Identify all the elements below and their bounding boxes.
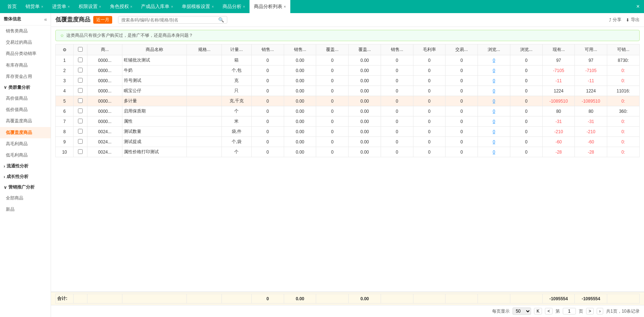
prev-page-button[interactable]: <: [545, 308, 553, 314]
select-all-checkbox[interactable]: [78, 47, 83, 52]
row-view1[interactable]: 0: [478, 116, 510, 127]
first-page-button[interactable]: K: [534, 308, 542, 314]
row-checkbox[interactable]: [74, 127, 87, 137]
row-checkbox[interactable]: [74, 116, 87, 127]
sales3-column-header[interactable]: 销售...: [381, 44, 413, 55]
sidebar-section-growth[interactable]: › 成长性分析: [0, 171, 51, 182]
cover2-column-header[interactable]: 覆盖...: [349, 44, 381, 55]
row-view1[interactable]: 0: [478, 106, 510, 116]
row-sales2: 0.00: [284, 137, 316, 147]
search-input[interactable]: [121, 17, 218, 23]
row-view1[interactable]: 0: [478, 66, 510, 76]
share-button[interactable]: ⤴ 分享: [609, 17, 621, 23]
table-row: 6 0000... 启用保质期 个 0 0.00 0 0.00 0 0 0 0 …: [56, 106, 640, 116]
sidebar-section-marketing[interactable]: ∨ 营销推广分析: [0, 182, 51, 193]
sidebar-item-all-goods[interactable]: 全部商品: [0, 193, 51, 204]
sidebar-item-low-value[interactable]: 低价值商品: [0, 104, 51, 115]
row-cover2: 0.00: [349, 106, 381, 116]
sidebar-section-flow[interactable]: › 流通性分析: [0, 161, 51, 171]
nav-tab-permission[interactable]: 权限设置 ×: [74, 0, 106, 13]
page-size-select[interactable]: 50 100 200: [513, 308, 531, 315]
next-page-button[interactable]: >: [586, 308, 594, 314]
close-icon[interactable]: ×: [41, 5, 43, 9]
nav-tab-template[interactable]: 单据模板设置 ×: [177, 0, 218, 13]
row-sales3: 0: [381, 106, 413, 116]
row-trade: 0: [445, 66, 478, 76]
table-row: 5 0000... 多计量 克,千克 0 0.00 0 0.00 0 0 0 0…: [56, 96, 640, 106]
close-icon[interactable]: ×: [212, 5, 214, 9]
sidebar-collapse-button[interactable]: «: [44, 16, 47, 22]
row-checkbox[interactable]: [74, 66, 87, 76]
sidebar-item-traded-goods[interactable]: 交易过的商品: [0, 37, 51, 48]
sidebar-item-in-stock[interactable]: 有库存商品: [0, 60, 51, 71]
row-unit: 个,袋: [222, 137, 252, 147]
resale-column-header[interactable]: 可销...: [607, 44, 640, 55]
export-button[interactable]: ⬇ 导出: [626, 17, 640, 23]
page-input[interactable]: [563, 308, 576, 314]
close-icon[interactable]: ×: [171, 5, 173, 9]
close-icon[interactable]: ×: [68, 5, 70, 9]
period-button[interactable]: 近一月: [93, 16, 112, 24]
cover1-column-header[interactable]: 覆盖...: [316, 44, 349, 55]
trade-column-header[interactable]: 交易...: [445, 44, 478, 55]
row-checkbox[interactable]: [74, 106, 87, 116]
nav-tab-home[interactable]: 首页: [3, 0, 21, 13]
row-checkbox[interactable]: [74, 137, 87, 147]
close-icon[interactable]: ×: [284, 5, 286, 9]
row-checkbox[interactable]: [74, 96, 87, 106]
row-view1[interactable]: 0: [478, 86, 510, 96]
close-icon[interactable]: ×: [99, 5, 101, 9]
row-checkbox[interactable]: [74, 55, 87, 66]
settings-column-header[interactable]: ⚙: [56, 44, 74, 55]
row-view1[interactable]: 0: [478, 55, 510, 66]
row-view1[interactable]: 0: [478, 96, 510, 106]
row-cover2: 0.00: [349, 147, 381, 157]
nav-tab-inventory[interactable]: 产成品入库单 ×: [137, 0, 177, 13]
row-spec: [187, 106, 222, 116]
unit-column-header[interactable]: 计量...: [222, 44, 252, 55]
sales1-column-header[interactable]: 销售...: [251, 44, 284, 55]
row-checkbox[interactable]: [74, 147, 87, 157]
row-view1[interactable]: 0: [478, 76, 510, 86]
row-resale: 360:: [607, 106, 640, 116]
gross-column-header[interactable]: 毛利率: [413, 44, 445, 55]
row-cover2: 0.00: [349, 116, 381, 127]
sidebar-item-high-value[interactable]: 高价值商品: [0, 93, 51, 104]
row-view1[interactable]: 0: [478, 147, 510, 157]
row-sales3: 0: [381, 96, 413, 106]
close-icon[interactable]: ×: [243, 5, 245, 9]
nav-tab-purchase[interactable]: 进货单 ×: [48, 0, 74, 13]
sidebar-item-category-rate[interactable]: 商品分类动销率: [0, 48, 51, 59]
row-unit: 个: [222, 147, 252, 157]
table-row: 4 0000... 眠宝公仔 只 0 0.00 0 0.00 0 0 0 0 0…: [56, 86, 640, 96]
spec-column-header[interactable]: 规格...: [187, 44, 222, 55]
nav-tab-sales[interactable]: 销货单 ×: [21, 0, 48, 13]
sidebar-item-capital[interactable]: 库存资金占用: [0, 71, 51, 82]
sidebar-item-high-coverage[interactable]: 高覆盖度商品: [0, 115, 51, 127]
nav-tab-role[interactable]: 角色授权 ×: [106, 0, 137, 13]
code-column-header[interactable]: 商...: [87, 44, 122, 55]
row-checkbox[interactable]: [74, 86, 87, 96]
row-view1[interactable]: 0: [478, 137, 510, 147]
sidebar-item-high-profit[interactable]: 高毛利商品: [0, 138, 51, 150]
name-column-header[interactable]: 商品名称: [122, 44, 187, 55]
row-name: 牛奶: [122, 66, 187, 76]
close-icon[interactable]: ×: [130, 5, 133, 9]
sales2-column-header[interactable]: 销售...: [284, 44, 316, 55]
sidebar-item-low-profit[interactable]: 低毛利商品: [0, 150, 51, 161]
stock1-column-header[interactable]: 现有...: [542, 44, 575, 55]
nav-tab-analysis-list[interactable]: 商品分析列表 ×: [250, 0, 290, 13]
sidebar-item-sales-goods[interactable]: 销售类商品: [0, 25, 51, 37]
row-checkbox[interactable]: [74, 76, 87, 86]
sidebar-item-new-goods[interactable]: 新品: [0, 204, 51, 215]
nav-tab-analysis[interactable]: 商品分析 ×: [218, 0, 250, 13]
sidebar-section-group[interactable]: ∨ 类群量分析: [0, 82, 51, 93]
sidebar-item-low-coverage[interactable]: 低覆盖度商品: [0, 127, 51, 138]
last-page-button[interactable]: ›: [597, 308, 603, 314]
view1-column-header[interactable]: 浏览...: [478, 44, 510, 55]
row-view2: 0: [510, 55, 542, 66]
window-close-button[interactable]: ×: [636, 3, 640, 10]
view2-column-header[interactable]: 浏览...: [510, 44, 542, 55]
stock2-column-header[interactable]: 可用...: [575, 44, 607, 55]
row-view1[interactable]: 0: [478, 127, 510, 137]
